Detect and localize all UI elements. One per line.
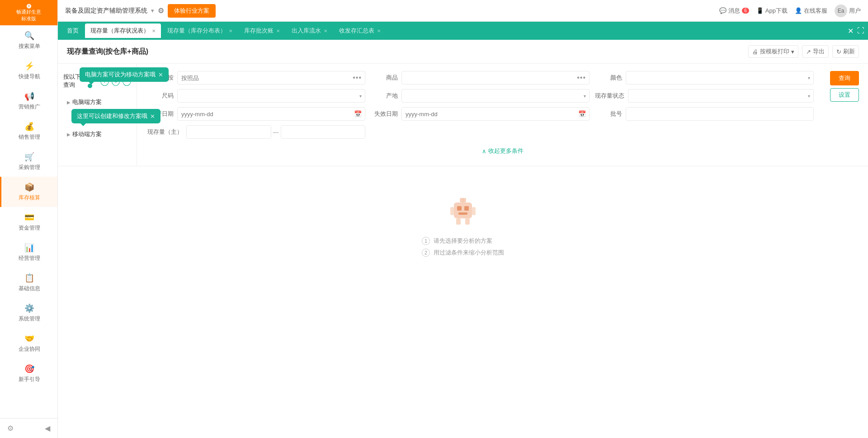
- sidebar-item-label: 基础信息: [19, 285, 40, 292]
- system-dropdown-icon[interactable]: ▾: [151, 7, 154, 14]
- tab-receive-summary[interactable]: 收发存汇总表 ✕: [334, 24, 386, 38]
- tab-inventory-dist[interactable]: 现存量（库存分布表） ✕: [162, 24, 238, 38]
- scheme-mobile[interactable]: ▶ 移动端方案: [58, 127, 137, 142]
- refresh-label: 刷新: [843, 47, 855, 56]
- stock-status-select-wrapper: ▾: [628, 89, 814, 103]
- expand-mobile-icon: ▶: [67, 132, 71, 137]
- sidebar-item-inventory[interactable]: 📦 库存核算: [0, 177, 57, 207]
- tab-fullscreen-icon[interactable]: ⛶: [857, 27, 864, 35]
- tab-receive-summary-close[interactable]: ✕: [377, 28, 381, 33]
- step-2-text: 用过滤条件来缩小分析范围: [434, 249, 504, 257]
- tab-inventory-status-close[interactable]: ✕: [152, 28, 156, 33]
- tab-inventory-status[interactable]: 现存量（库存状况表） ✕: [85, 24, 161, 38]
- sidebar-item-sales[interactable]: 💰 销售管理: [0, 116, 57, 146]
- app-sub: 标准版: [16, 15, 41, 22]
- tab-batch-account[interactable]: 库存批次账 ✕: [239, 24, 285, 38]
- search-button[interactable]: 查询: [830, 71, 859, 85]
- tooltip-create-close[interactable]: ✕: [150, 113, 155, 120]
- color-select[interactable]: [626, 71, 814, 85]
- sales-icon: 💰: [24, 122, 34, 132]
- tab-close-all-icon[interactable]: ✕: [848, 27, 854, 35]
- collapse-sidebar-icon[interactable]: ◀: [45, 424, 50, 433]
- sidebar-item-enterprise[interactable]: 🤝 企业协同: [0, 328, 57, 358]
- quick-nav-icon: ⚡: [24, 61, 34, 71]
- app-download-button[interactable]: 📱 App下载: [756, 7, 788, 15]
- tab-inventory-dist-label: 现存量（库存分布表）: [167, 27, 226, 35]
- message-button[interactable]: 💬 消息 6: [719, 7, 749, 15]
- online-service-label: 在线客服: [804, 7, 827, 15]
- collapse-button[interactable]: ∧ 收起更多条件: [146, 143, 859, 159]
- online-service-button[interactable]: 👤 在线客服: [795, 7, 827, 15]
- settings-icon[interactable]: ⚙: [7, 424, 14, 433]
- goods-dots-icon[interactable]: •••: [577, 74, 586, 82]
- page-actions: 🖨 按模板打印 ▾ ↗ 导出 ↻ 刷新: [748, 45, 859, 58]
- sidebar-item-marketing[interactable]: 📢 营销推广: [0, 86, 57, 116]
- sidebar-item-label: 经营管理: [19, 254, 40, 262]
- scheme-desktop[interactable]: ▶ 电脑端方案: [58, 94, 137, 110]
- reset-button[interactable]: 设置: [830, 88, 859, 102]
- size-select[interactable]: [177, 89, 365, 103]
- produce-date-input[interactable]: [177, 107, 365, 121]
- goods-input[interactable]: [401, 71, 590, 85]
- tabbar: 首页 现存量（库存状况表） ✕ 现存量（库存分布表） ✕ 库存批次账 ✕ 出入库…: [58, 22, 868, 40]
- topbar-settings-icon[interactable]: ⚙: [158, 6, 164, 15]
- filter-row-2: 尺码 ▾ 产地 ▾: [146, 89, 859, 103]
- print-button[interactable]: 🖨 按模板打印 ▾: [748, 45, 798, 58]
- tab-in-out-flow-close[interactable]: ✕: [324, 28, 327, 33]
- refresh-button[interactable]: ↻ 刷新: [832, 45, 859, 58]
- sidebar-item-quick-nav[interactable]: ⚡ 快捷导航: [0, 56, 57, 86]
- sidebar-item-label: 快捷导航: [19, 73, 40, 80]
- sidebar-item-search-menu[interactable]: 🔍 搜索菜单: [0, 25, 57, 56]
- sidebar-item-basic-info[interactable]: 📋 基础信息: [0, 268, 57, 298]
- warehouse-dots-icon[interactable]: •••: [353, 74, 362, 82]
- filter-row-3: 生产日期 📅 失效日期 📅: [146, 107, 859, 121]
- app-download-label: App下载: [765, 7, 788, 15]
- tab-inventory-dist-close[interactable]: ✕: [229, 28, 232, 33]
- sidebar-item-operation[interactable]: 📊 经营管理: [0, 237, 57, 268]
- goods-label: 商品: [371, 74, 398, 82]
- user-menu[interactable]: Ea 用户: [835, 5, 861, 17]
- origin-select[interactable]: [401, 89, 590, 103]
- stock-main-min-input[interactable]: [186, 125, 271, 139]
- batch-input[interactable]: [626, 107, 814, 121]
- sidebar-item-label: 销售管理: [19, 133, 40, 141]
- operation-icon: 📊: [24, 243, 34, 253]
- tab-batch-account-close[interactable]: ✕: [276, 28, 280, 33]
- filter-field-goods: 商品 •••: [371, 71, 590, 85]
- expire-date-input[interactable]: [401, 107, 590, 121]
- tab-home[interactable]: 首页: [61, 24, 84, 38]
- message-label: 消息: [728, 7, 740, 15]
- step-1-text: 请先选择要分析的方案: [434, 237, 492, 245]
- color-label: 颜色: [595, 74, 622, 82]
- filter-row-4: 现存量（主） —: [146, 125, 859, 139]
- tab-in-out-flow[interactable]: 出入库流水 ✕: [286, 24, 333, 38]
- main-content: 装备及固定资产辅助管理系统 ▾ ⚙ 体验行业方案 💬 消息 6 📱 App下载 …: [58, 0, 868, 438]
- app-name: 畅通好生意: [16, 9, 41, 15]
- industry-plan-button[interactable]: 体验行业方案: [168, 4, 216, 18]
- origin-label: 产地: [371, 92, 398, 100]
- sidebar-nav: 🔍 搜索菜单 ⚡ 快捷导航 📢 营销推广 💰 销售管理 🛒 采购管理 📦 库存核…: [0, 25, 57, 418]
- phone-icon: 📱: [756, 7, 764, 14]
- export-button[interactable]: ↗ 导出: [802, 45, 829, 58]
- tab-receive-summary-label: 收发存汇总表: [339, 27, 374, 35]
- expire-date-label: 失效日期: [371, 110, 398, 118]
- svg-rect-2: [454, 203, 472, 218]
- tooltip-scheme-close[interactable]: ✕: [158, 71, 163, 78]
- sidebar-item-system[interactable]: ⚙️ 系统管理: [0, 298, 57, 328]
- stock-main-max-input[interactable]: [281, 125, 366, 139]
- filter-fields: 按 ••• 商品 •••: [139, 71, 859, 159]
- empty-state-icon: [445, 193, 481, 230]
- sidebar-item-finance[interactable]: 💳 资金管理: [0, 207, 57, 237]
- content-inner: 现存量查询(按仓库+商品) 🖨 按模板打印 ▾ ↗ 导出 ↻ 刷新: [58, 40, 868, 438]
- stock-status-select[interactable]: [628, 89, 814, 103]
- sidebar-item-purchase[interactable]: 🛒 采购管理: [0, 146, 57, 177]
- tabbar-end: ✕ ⛶: [848, 27, 864, 35]
- warehouse-input-wrapper: •••: [177, 71, 365, 85]
- collapse-label: 收起更多条件: [488, 147, 524, 155]
- sidebar-item-guide[interactable]: 🎯 新手引导: [0, 358, 57, 389]
- print-icon: 🖨: [752, 48, 758, 55]
- warehouse-input[interactable]: [177, 71, 365, 85]
- stock-status-label: 现存量状态: [595, 92, 624, 100]
- purchase-icon: 🛒: [24, 152, 34, 162]
- sidebar: 6 畅通好生意 标准版 🔍 搜索菜单 ⚡ 快捷导航 📢 营销推广 💰 销售管理 …: [0, 0, 58, 438]
